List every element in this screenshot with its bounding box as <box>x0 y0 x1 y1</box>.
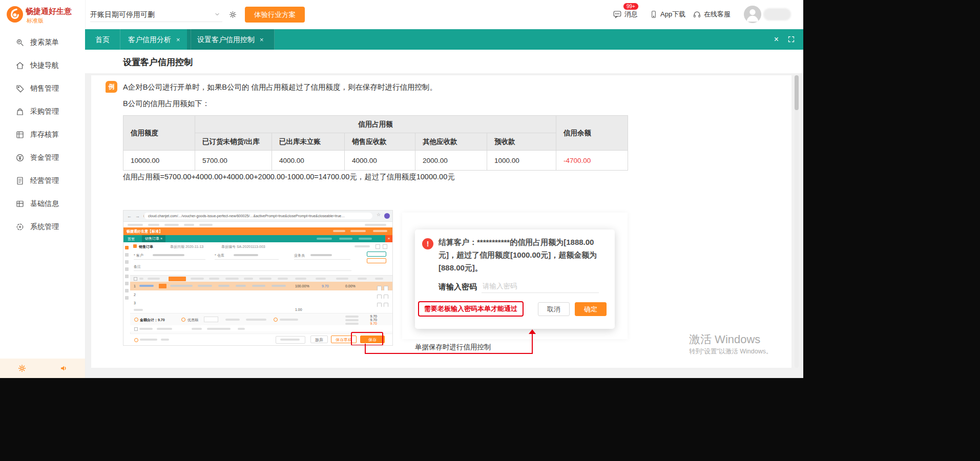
sales-tag-icon <box>15 84 25 93</box>
online-service-item[interactable]: 在线客服 <box>693 10 731 19</box>
mini-product-col-tag <box>169 277 186 281</box>
mini-discard-button: 放弃 <box>310 336 328 343</box>
chevron-down-icon <box>214 11 220 17</box>
sidebar-item-inventory[interactable]: 库存核算 <box>0 123 85 146</box>
account-set-select[interactable]: 开账日期可停用可删 <box>90 8 222 22</box>
money-yuan-icon <box>15 153 25 162</box>
settings-gear-icon[interactable] <box>228 10 237 19</box>
logo-block: 畅捷通好生意 标准版 <box>0 0 86 29</box>
close-all-tabs-icon[interactable]: × <box>774 35 779 44</box>
sidebar-item-funds[interactable]: 资金管理 <box>0 146 85 169</box>
search-icon <box>15 38 25 47</box>
mini-browser-chrome: ←→⟳ cloud.chanjet.com/…/voucher-goods-is… <box>123 211 392 222</box>
confirm-button[interactable]: 确定 <box>575 302 607 316</box>
annotation-line <box>365 353 533 354</box>
tab-credit-analysis[interactable]: 客户信用分析× <box>118 29 191 50</box>
annotation-line <box>532 333 533 354</box>
brand-name: 畅捷通好生意 <box>26 7 72 16</box>
subcol-other-receivable: 其他应收款 <box>415 133 487 151</box>
scrollbar-track[interactable] <box>795 75 799 368</box>
document-icon <box>15 176 25 185</box>
windows-activation-hint: 转到“设置”以激活 Windows。 <box>689 347 773 356</box>
example-text-line1: A企对B公司进行开单时，如果B公司的 信用占用额超过了信用额度，则在保存时进行信… <box>123 82 437 92</box>
brand-logo-icon <box>6 6 24 23</box>
account-set-label: 开账日期可停用可删 <box>90 10 155 18</box>
edition-badge: 标准版 <box>27 17 44 25</box>
grid-table-icon <box>15 199 25 208</box>
example-text-line2: B公司的信用占用额如下： <box>123 99 210 109</box>
cancel-button[interactable]: 取消 <box>538 302 570 316</box>
system-refresh-icon <box>15 222 25 232</box>
credit-warning-dialog: ! 结算客户：***********的信用占用额为[1888.00元]，超过了信… <box>415 229 615 329</box>
page-title: 设置客户信用控制 <box>123 56 193 68</box>
inventory-cabinet-icon <box>15 130 25 139</box>
table-row: 10000.00 5700.00 4000.00 4000.00 2000.00… <box>123 151 628 171</box>
mobile-app-icon <box>650 10 658 18</box>
sidebar-item-search-menu[interactable]: 搜索菜单 <box>0 31 85 54</box>
messages-item[interactable]: 消息 <box>613 10 638 19</box>
mini-sidebar <box>123 242 131 345</box>
annotation-caption: 单据保存时进行信用控制 <box>415 343 491 352</box>
screen: 畅捷通好生意 标准版 开账日期可停用可删 体验行业方案 99+ 消息 App下载 <box>0 0 980 461</box>
app-download-item[interactable]: App下载 <box>650 10 685 19</box>
sidebar-item-purchase[interactable]: 采购管理 <box>0 100 85 123</box>
experience-plan-button[interactable]: 体验行业方案 <box>245 7 305 23</box>
message-bubble-icon <box>613 10 622 19</box>
mini-close-icon: × <box>385 235 392 242</box>
mini-app-header: 畅捷通好生意【标准】 <box>123 227 392 235</box>
headset-icon <box>693 10 701 19</box>
negative-balance-value: -4700.00 <box>556 151 628 171</box>
blurred-username <box>763 8 791 20</box>
shopping-bag-icon <box>15 107 25 116</box>
subcol-sales-receivable: 销售应收款 <box>345 133 415 151</box>
top-bar: 畅捷通好生意 标准版 开账日期可停用可删 体验行业方案 99+ 消息 App下载 <box>0 0 803 30</box>
embedded-screenshot: ←→⟳ cloud.chanjet.com/…/voucher-goods-is… <box>123 210 393 346</box>
forward-icon: → <box>135 211 140 222</box>
col-credit-limit: 信用额度 <box>123 116 195 151</box>
audio-speaker-icon[interactable] <box>59 364 69 373</box>
sidebar-item-system[interactable]: 系统管理 <box>0 215 85 238</box>
sidebar-settings-gear-icon[interactable] <box>17 364 27 373</box>
user-avatar[interactable] <box>744 6 761 23</box>
tab-bar: 首页 客户信用分析× 设置客户信用控制× × <box>85 29 803 50</box>
sidebar-footer <box>0 359 85 378</box>
mini-summary: 金额合计：9.70 优惠额 9.70 9.70 9.70 <box>130 313 392 326</box>
example-badge: 例 <box>106 81 117 93</box>
boss-password-note: 需要老板输入密码本单才能通过 <box>418 301 524 317</box>
subcol-shipped-not-billed: 已出库未立账 <box>272 133 345 151</box>
subcol-ordered-not-shipped: 已订货未销货/出库 <box>195 133 272 151</box>
mini-row-2: 2 <box>130 290 392 299</box>
back-icon: ← <box>127 211 132 222</box>
tab-home[interactable]: 首页 <box>85 29 120 50</box>
dialog-message: 结算客户：***********的信用占用额为[1888.00元]，超过了信用额… <box>439 236 608 274</box>
password-label: 请输入密码 <box>439 282 477 292</box>
warning-icon: ! <box>422 238 433 249</box>
home-icon <box>15 61 25 70</box>
mini-extra-row <box>130 325 392 332</box>
save-button-highlight-annotation <box>351 332 383 346</box>
password-input[interactable] <box>482 279 599 293</box>
fullscreen-icon[interactable] <box>787 35 795 43</box>
mini-active-tab: 销售订单 × <box>142 235 165 242</box>
annotation-line <box>365 344 366 354</box>
subcol-prepaid: 预收款 <box>487 133 556 151</box>
annotation-arrowhead <box>529 329 536 334</box>
scrollbar-thumb[interactable] <box>795 75 799 110</box>
mini-row-3: 3 <box>130 299 392 307</box>
mini-tab-strip: 首页 销售订单 × × <box>123 235 392 242</box>
online-service-label: 在线客服 <box>704 10 731 19</box>
mini-url-bar: cloud.chanjet.com/…/voucher-goods-issue-… <box>144 213 372 219</box>
col-credit-balance: 信用余额 <box>556 116 628 151</box>
sidebar-item-operations[interactable]: 经营管理 <box>0 169 85 192</box>
app-download-label: App下载 <box>660 10 685 19</box>
tab-credit-control[interactable]: 设置客户信用控制× <box>187 29 275 50</box>
mini-profile-avatar <box>384 213 390 219</box>
credit-table: 信用额度 信用占用额 信用余额 已订货未销货/出库 已出库未立账 销售应收款 其… <box>123 115 628 171</box>
app-window: 畅捷通好生意 标准版 开账日期可停用可删 体验行业方案 99+ 消息 App下载 <box>0 0 803 378</box>
close-tab-icon[interactable]: × <box>260 36 264 44</box>
sidebar-item-sales[interactable]: 销售管理 <box>0 77 85 100</box>
sidebar-item-quick-nav[interactable]: 快捷导航 <box>0 54 85 77</box>
sidebar-item-base-info[interactable]: 基础信息 <box>0 192 85 215</box>
close-tab-icon[interactable]: × <box>176 36 180 44</box>
mini-doc-icon <box>133 244 137 248</box>
